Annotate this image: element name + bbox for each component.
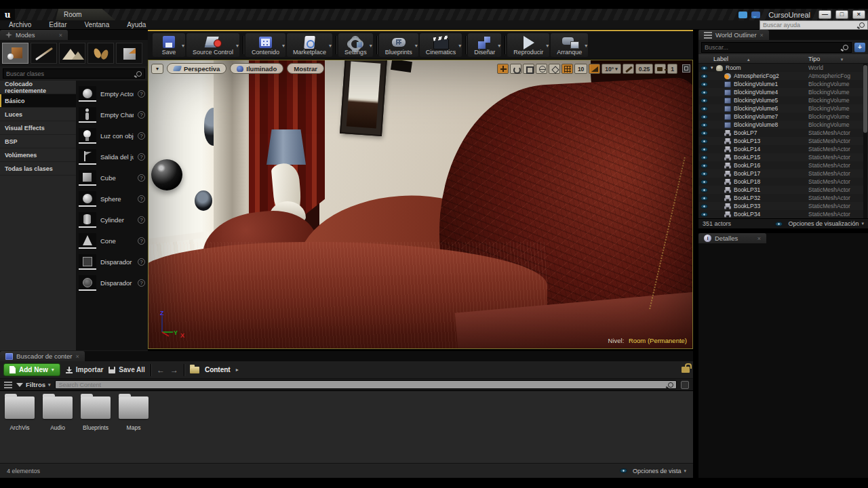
class-category[interactable]: Volúmenes: [0, 148, 76, 162]
rotate-tool-button[interactable]: [510, 64, 521, 74]
outliner-search-input[interactable]: [702, 44, 843, 51]
show-flags-button[interactable]: Mostrar: [287, 63, 324, 74]
save-all-button[interactable]: Save All: [108, 366, 145, 373]
help-circle-icon[interactable]: ?: [138, 279, 145, 287]
toolbar-button[interactable]: Contenido ▾: [245, 33, 285, 57]
filters-button[interactable]: Filtros ▾: [16, 381, 51, 388]
folder-item[interactable]: Audio: [42, 396, 73, 458]
help-circle-icon[interactable]: ?: [138, 237, 145, 245]
help-circle-icon[interactable]: ?: [138, 258, 145, 266]
level-viewport[interactable]: ▾ Perspectiva Iluminado Mostrar 10 10°▾: [148, 60, 693, 349]
class-category[interactable]: Básico: [0, 94, 76, 108]
toolbar-button[interactable]: Arranque ▾: [551, 33, 588, 57]
save-search-icon[interactable]: [681, 381, 689, 389]
close-tab-icon[interactable]: ×: [75, 353, 79, 360]
outliner-row[interactable]: AtmosphericFog2 AtmosphericFog: [698, 72, 868, 80]
scale-snap-value[interactable]: 0.25: [635, 64, 654, 74]
level-document-tab[interactable]: Room: [56, 9, 115, 20]
toolbar-button[interactable]: Marketplace ▾: [287, 33, 332, 57]
view-options-button[interactable]: Opciones de visualización ▾: [773, 220, 864, 227]
rotation-snap-value[interactable]: 10°▾: [601, 64, 620, 74]
close-button[interactable]: ×: [852, 10, 865, 19]
menu-item[interactable]: Editar: [40, 21, 75, 28]
close-tab-icon[interactable]: ×: [760, 32, 764, 39]
visibility-eye-icon[interactable]: [701, 82, 708, 87]
outliner-row[interactable]: BookLP17 StaticMeshActor: [698, 169, 868, 178]
outliner-row[interactable]: BlockingVolume7 BlockingVolume: [698, 113, 868, 121]
dropdown-caret-icon[interactable]: ▾: [182, 43, 184, 49]
visibility-eye-icon[interactable]: [701, 66, 708, 70]
class-category[interactable]: BSP: [0, 135, 76, 148]
back-button[interactable]: ←: [157, 365, 165, 375]
outliner-row[interactable]: BookLP15 StaticMeshActor: [698, 153, 868, 161]
dropdown-caret-icon[interactable]: ▾: [585, 43, 587, 49]
column-type[interactable]: Tipo ▾: [808, 56, 868, 62]
visibility-eye-icon[interactable]: [701, 188, 708, 192]
help-circle-icon[interactable]: ?: [138, 216, 145, 224]
menu-item[interactable]: Ventana: [75, 21, 118, 28]
outliner-row[interactable]: BlockingVolume4 BlockingVolume: [698, 88, 868, 96]
content-search-box[interactable]: [55, 380, 677, 389]
help-search-input[interactable]: [760, 22, 859, 28]
visibility-eye-icon[interactable]: [701, 155, 708, 160]
visibility-eye-icon[interactable]: [701, 147, 708, 152]
visibility-eye-icon[interactable]: [701, 204, 708, 209]
visibility-eye-icon[interactable]: [701, 163, 708, 168]
placeable-item[interactable]: Luz con obje ?: [76, 125, 148, 146]
mode-tool-button[interactable]: [31, 43, 57, 64]
placeable-item[interactable]: Sphere ?: [76, 188, 148, 209]
forum-bubble-icon[interactable]: [751, 12, 760, 18]
placeable-item[interactable]: Disparador c ?: [76, 251, 148, 272]
visibility-eye-icon[interactable]: [701, 212, 708, 217]
scrollbar-thumb[interactable]: [863, 65, 867, 133]
maximize-button[interactable]: □: [835, 10, 848, 19]
visibility-eye-icon[interactable]: [701, 115, 708, 119]
import-button[interactable]: Importar: [66, 366, 104, 373]
placeable-item[interactable]: Salida del jug ?: [76, 146, 148, 167]
tab-content-browser[interactable]: Buscador de conter ×: [0, 351, 85, 361]
toolbar-button[interactable]: Blueprints ▾: [379, 33, 418, 57]
outliner-row[interactable]: BookLP32 StaticMeshActor: [698, 194, 868, 202]
outliner-row[interactable]: BookLP34 StaticMeshActor: [698, 210, 868, 218]
class-category[interactable]: Todas las clases: [0, 162, 76, 176]
toolbar-button[interactable]: Settings ▾: [338, 33, 373, 57]
folder-item[interactable]: Blueprints: [80, 396, 111, 458]
toolbar-button[interactable]: Diseñar ▾: [468, 33, 501, 57]
placeable-item[interactable]: Empty Actor ?: [76, 83, 148, 104]
visibility-eye-icon[interactable]: [701, 196, 708, 201]
scale-tool-button[interactable]: [523, 64, 534, 74]
class-category[interactable]: Luces: [0, 108, 76, 121]
mode-tool-button[interactable]: [59, 43, 85, 64]
dropdown-caret-icon[interactable]: ▾: [458, 43, 461, 49]
camera-speed-value[interactable]: 1: [667, 64, 677, 74]
help-search-box[interactable]: [760, 20, 868, 30]
outliner-row[interactable]: BookLP31 StaticMeshActor: [698, 186, 868, 194]
outliner-row[interactable]: BlockingVolume1 BlockingVolume: [698, 80, 868, 88]
add-new-button[interactable]: Add New ▾: [3, 363, 60, 376]
visibility-eye-icon[interactable]: [701, 106, 708, 111]
outliner-row[interactable]: BlockingVolume6 BlockingVolume: [698, 104, 868, 113]
minimize-button[interactable]: —: [818, 10, 831, 19]
outliner-row[interactable]: BookLP7 StaticMeshActor: [698, 129, 868, 137]
expand-caret-icon[interactable]: ▾: [711, 65, 716, 70]
viewport-options-button[interactable]: ▾: [151, 64, 163, 74]
outliner-search-box[interactable]: [701, 42, 852, 53]
mode-tool-button[interactable]: [2, 43, 28, 64]
placeable-item[interactable]: Disparador c ?: [76, 272, 148, 293]
view-options-button[interactable]: Opciones de vista ▾: [618, 468, 686, 474]
maximize-viewport-button[interactable]: [682, 64, 690, 73]
help-circle-icon[interactable]: ?: [138, 132, 145, 140]
tab-world-outliner[interactable]: World Outliner ×: [698, 30, 769, 40]
visibility-eye-icon[interactable]: [701, 171, 708, 176]
mode-tool-button[interactable]: [116, 43, 142, 64]
visibility-eye-icon[interactable]: [701, 131, 708, 136]
dropdown-caret-icon[interactable]: ▾: [236, 43, 239, 49]
content-search-input[interactable]: [56, 382, 668, 388]
view-list-icon[interactable]: [4, 382, 12, 388]
folder-item[interactable]: Maps: [118, 396, 149, 458]
dropdown-caret-icon[interactable]: ▾: [415, 43, 418, 49]
rotation-snap-button[interactable]: [589, 64, 600, 74]
visibility-eye-icon[interactable]: [701, 180, 708, 184]
outliner-row[interactable]: BookLP33 StaticMeshActor: [698, 202, 868, 210]
translate-tool-button[interactable]: [497, 64, 509, 74]
